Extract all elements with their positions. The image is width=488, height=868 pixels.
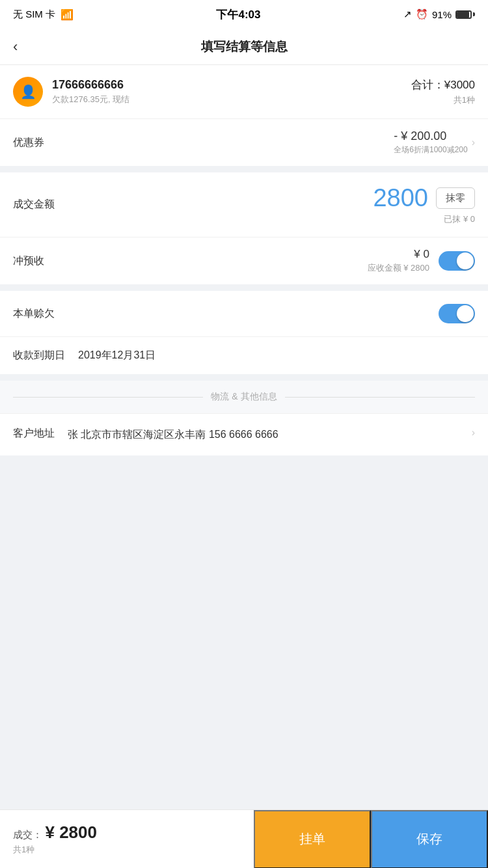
precollect-toggle[interactable] [439,251,475,271]
bottom-summary: 成交： ¥ 2800 共1种 [0,822,254,856]
bottom-deal-row: 成交： ¥ 2800 [13,822,241,843]
toggle-knob [457,252,474,269]
duedate-row: 收款到期日 2019年12月31日 [0,336,488,374]
amount-label: 成交金额 [13,198,55,211]
coupon-discount: - ¥ 200.00 [394,129,467,143]
user-right: 合计：¥3000 共1种 [411,77,475,106]
hang-button[interactable]: 挂单 [254,810,371,869]
user-info-row: 👤 17666666666 欠款1276.35元, 现结 合计：¥3000 共1… [0,65,488,118]
duedate-value: 2019年12月31日 [78,349,156,362]
amount-section: 成交金额 2800 抹零 已抹 ¥ 0 冲预收 ¥ 0 应收金额 ¥ 2800 [0,172,488,284]
bottom-bar: 成交： ¥ 2800 共1种 挂单 保存 [0,809,488,868]
address-arrow-icon: › [472,427,475,439]
nav-bar: ‹ 填写结算等信息 [0,29,488,65]
carrier-text: 无 SIM 卡 [13,8,55,21]
address-value: 张 北京市市辖区海淀区永丰南 156 6666 6666 [68,427,472,442]
precollect-amount-block: ¥ 0 应收金额 ¥ 2800 [368,248,429,274]
user-details: 17666666666 欠款1276.35元, 现结 [52,78,129,105]
alarm-icon: ⏰ [416,8,428,20]
amount-value: 2800 [373,184,428,212]
total-amount: 合计：¥3000 [411,77,475,92]
amount-right: 2800 抹零 [373,184,475,212]
content-area: 👤 17666666666 欠款1276.35元, 现结 合计：¥3000 共1… [0,65,488,514]
amount-sub: 已抹 ¥ 0 [373,213,475,225]
debt-section: 本单赊欠 收款到期日 2019年12月31日 [0,291,488,374]
duedate-label: 收款到期日 [13,349,65,362]
avatar: 👤 [13,77,43,107]
status-right: ↗ ⏰ 91% [403,8,475,20]
total-count: 共1种 [411,94,475,106]
amount-right-block: 2800 抹零 已抹 ¥ 0 [373,184,475,225]
coupon-info: - ¥ 200.00 全场6折满1000减200 [394,129,467,156]
back-button[interactable]: ‹ [13,38,18,55]
logistics-text: 物流 & 其他信息 [211,391,277,403]
battery-text: 91% [432,9,452,20]
bottom-deal-count: 共1种 [13,844,241,856]
divider-line-right [285,397,475,398]
precollect-label: 冲预收 [13,254,44,268]
coupon-detail: 全场6折满1000减200 [394,144,467,156]
coupon-row[interactable]: 优惠券 - ¥ 200.00 全场6折满1000减200 › [0,118,488,166]
precollect-amount: ¥ 0 [368,248,429,261]
divider-line-left [13,397,203,398]
user-sub: 欠款1276.35元, 现结 [52,94,129,105]
user-info-card: 👤 17666666666 欠款1276.35元, 现结 合计：¥3000 共1… [0,65,488,166]
location-icon: ↗ [403,8,412,20]
battery-icon [455,10,475,19]
precollect-row: 冲预收 ¥ 0 应收金额 ¥ 2800 [0,237,488,284]
debt-row: 本单赊欠 [0,291,488,336]
bottom-deal-amount: ¥ 2800 [45,822,97,842]
user-phone: 17666666666 [52,78,129,92]
page-title: 填写结算等信息 [201,38,288,55]
user-left: 👤 17666666666 欠款1276.35元, 现结 [13,77,129,107]
precollect-sub: 应收金额 ¥ 2800 [368,262,429,274]
address-row[interactable]: 客户地址 张 北京市市辖区海淀区永丰南 156 6666 6666 › [0,413,488,455]
logistics-divider: 物流 & 其他信息 [0,381,488,413]
precollect-right: ¥ 0 应收金额 ¥ 2800 [368,248,475,274]
coupon-arrow-icon: › [472,137,475,148]
debt-label: 本单赊欠 [13,307,55,321]
save-button[interactable]: 保存 [371,810,488,869]
debt-toggle[interactable] [439,304,475,323]
status-left: 无 SIM 卡 📶 [13,8,74,21]
coupon-right: - ¥ 200.00 全场6折满1000减200 › [394,129,475,156]
address-label: 客户地址 [13,427,55,441]
coupon-label: 优惠券 [13,136,44,150]
status-bar: 无 SIM 卡 📶 下午4:03 ↗ ⏰ 91% [0,0,488,29]
wifi-icon: 📶 [61,8,74,21]
round-button[interactable]: 抹零 [436,187,475,209]
avatar-icon: 👤 [20,84,36,100]
bottom-deal-label: 成交： [13,829,42,840]
amount-row: 成交金额 2800 抹零 已抹 ¥ 0 [0,172,488,237]
debt-toggle-knob [457,305,474,322]
status-time: 下午4:03 [216,7,260,22]
